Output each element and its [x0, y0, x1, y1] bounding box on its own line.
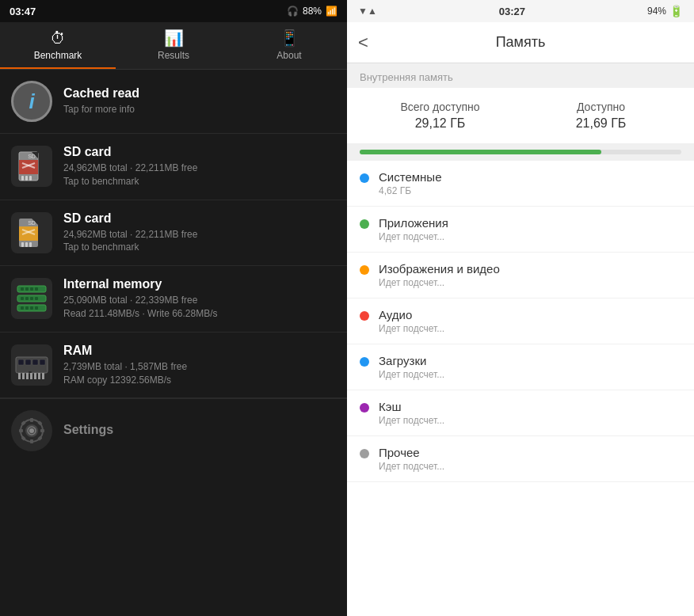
storage-item-audio[interactable]: Аудио Идет подсчет...	[347, 298, 694, 344]
storage-item-other[interactable]: Прочее Идет подсчет...	[347, 436, 694, 482]
total-available: Всего доступно 29,12 ГБ	[360, 101, 520, 131]
svg-point-67	[29, 428, 34, 433]
storage-item-cache[interactable]: Кэш Идет подсчет...	[347, 390, 694, 436]
menu-item-ram[interactable]: RAM 2,739MB total · 1,587MB free RAM cop…	[0, 333, 347, 399]
storage-sub-cache: Идет подсчет...	[379, 415, 444, 426]
svg-rect-37	[25, 306, 29, 310]
ram-icon-wrap	[11, 344, 52, 386]
storage-title-apps: Приложения	[379, 216, 448, 230]
total-available-label: Всего доступно	[360, 101, 520, 113]
right-header: < Память	[347, 22, 694, 63]
memory-progress-fill	[360, 150, 601, 154]
storage-title-images: Изображения и видео	[379, 262, 500, 276]
menu-item-internal[interactable]: Internal memory 25,090MB total · 22,339M…	[0, 266, 347, 333]
tab-results[interactable]: 📊 Results	[116, 22, 231, 69]
internal-title: Internal memory	[63, 277, 336, 291]
sdcard1-text: SD card 24,962MB total · 22,211MB free T…	[63, 145, 336, 188]
internal-sub2: Read 211.48MB/s · Write 66.28MB/s	[63, 307, 336, 321]
cached-read-icon: i	[11, 81, 52, 122]
ram-sub1: 2,739MB total · 1,587MB free	[63, 360, 336, 374]
menu-list: i Cached read Tap for more info	[0, 70, 347, 616]
tab-benchmark[interactable]: ⏱ Benchmark	[0, 22, 116, 69]
storage-list: Системные 4,62 ГБ Приложения Идет подсче…	[347, 161, 694, 616]
battery-right: 94%	[647, 6, 666, 17]
cached-read-text: Cached read Tap for more info	[63, 86, 336, 116]
svg-rect-38	[30, 306, 33, 310]
svg-rect-59	[30, 418, 33, 422]
storage-sub-other: Идет подсчет...	[379, 461, 444, 472]
sdcard2-sub1: 24,962MB total · 22,211MB free	[63, 228, 336, 241]
svg-rect-7	[21, 176, 24, 181]
storage-sub-downloads: Идет подсчет...	[379, 369, 444, 380]
sdcard-red-icon: SD	[11, 146, 52, 187]
tab-results-label: Results	[158, 50, 189, 61]
svg-rect-17	[21, 242, 24, 247]
sdcard2-title: SD card	[63, 211, 336, 226]
free-available: Доступно 21,69 ГБ	[520, 101, 681, 131]
left-status-icons: 🎧 88% 📶	[287, 6, 337, 17]
ram-icon	[11, 344, 52, 386]
signal-icon: ▼▲	[358, 6, 377, 17]
results-tab-icon: 📊	[164, 29, 184, 48]
settings-text: Settings	[63, 423, 336, 439]
menu-item-cached-read[interactable]: i Cached read Tap for more info	[0, 70, 347, 134]
tab-benchmark-label: Benchmark	[34, 50, 82, 61]
menu-item-sdcard-1[interactable]: SD SD card 24,962MB total · 22,211MB fre…	[0, 134, 347, 200]
headphone-icon: 🎧	[287, 6, 299, 17]
svg-rect-39	[35, 306, 38, 310]
right-time: 03:27	[499, 6, 525, 17]
svg-rect-31	[25, 297, 29, 300]
left-panel: 03:47 🎧 88% 📶 ⏱ Benchmark 📊 Results 📱 Ab…	[0, 0, 347, 616]
svg-rect-48	[22, 373, 25, 379]
sdcard2-text: SD card 24,962MB total · 22,211MB free T…	[63, 211, 336, 255]
left-time: 03:47	[10, 6, 36, 17]
svg-rect-61	[19, 429, 23, 432]
svg-rect-50	[30, 373, 32, 379]
tab-about[interactable]: 📱 About	[231, 22, 347, 69]
storage-item-downloads[interactable]: Загрузки Идет подсчет...	[347, 344, 694, 390]
svg-rect-25	[25, 287, 29, 291]
free-available-label: Доступно	[520, 101, 681, 113]
status-bar-left: 03:47 🎧 88% 📶	[0, 0, 347, 22]
menu-item-sdcard-2[interactable]: SD SD card 24,962MB total · 22,211MB fre…	[0, 200, 347, 267]
sdcard1-icon-wrap: SD	[11, 146, 52, 187]
svg-rect-62	[40, 429, 44, 432]
cached-read-sub: Tap for more info	[63, 103, 336, 116]
storage-text-audio: Аудио Идет подсчет...	[379, 308, 444, 334]
svg-rect-36	[21, 306, 24, 310]
settings-icon-wrap	[11, 410, 52, 451]
back-button[interactable]: <	[358, 32, 368, 53]
ram-sub2: RAM copy 12392.56MB/s	[63, 374, 336, 387]
right-panel: ▼▲ 03:27 94% 🔋 < Память Внутренняя памят…	[347, 0, 694, 616]
storage-title-cache: Кэш	[379, 400, 444, 413]
sdcard2-sub2: Tap to benchmark	[63, 241, 336, 254]
storage-dot-downloads	[360, 357, 369, 367]
sdcard1-sub2: Tap to benchmark	[63, 175, 336, 188]
info-icon: i	[11, 81, 52, 122]
storage-sub-system: 4,62 ГБ	[379, 185, 441, 196]
storage-text-other: Прочее Идет подсчет...	[379, 446, 444, 472]
battery-icon: 🔋	[669, 5, 683, 17]
storage-text-images: Изображения и видео Идет подсчет...	[379, 262, 500, 288]
about-tab-icon: 📱	[280, 29, 299, 48]
storage-item-system[interactable]: Системные 4,62 ГБ	[347, 161, 694, 207]
storage-dot-apps	[360, 219, 369, 229]
cached-read-title: Cached read	[63, 86, 336, 101]
svg-rect-52	[38, 373, 40, 379]
internal-text: Internal memory 25,090MB total · 22,339M…	[63, 277, 336, 321]
storage-sub-apps: Идет подсчет...	[379, 231, 448, 242]
storage-item-images[interactable]: Изображения и видео Идет подсчет...	[347, 253, 694, 298]
settings-label: Settings	[63, 423, 336, 437]
menu-item-settings[interactable]: Settings	[0, 398, 347, 462]
svg-rect-9	[29, 176, 32, 181]
storage-item-apps[interactable]: Приложения Идет подсчет...	[347, 207, 694, 253]
storage-sub-images: Идет подсчет...	[379, 277, 500, 288]
wifi-icon: 📶	[326, 6, 337, 17]
svg-rect-30	[21, 297, 24, 300]
sdcard1-title: SD card	[63, 145, 336, 159]
svg-rect-46	[40, 359, 45, 365]
svg-text:SD: SD	[28, 154, 36, 159]
benchmark-tab-icon: ⏱	[50, 29, 66, 48]
memory-progress-bar	[360, 150, 681, 154]
svg-rect-60	[30, 439, 33, 443]
